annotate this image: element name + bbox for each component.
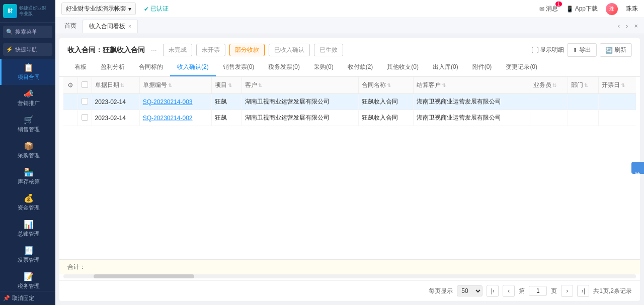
sidebar-item-label: 发票管理 — [18, 256, 40, 264]
sidebar-item-marketing[interactable]: 📣 营销推广 — [0, 85, 55, 111]
search-icon: 🔍 — [6, 29, 13, 35]
row1-opendate — [598, 94, 636, 110]
select-all-checkbox[interactable] — [82, 81, 88, 88]
panel-tab-button[interactable]: 收入确认 — [631, 162, 644, 174]
sidebar-item-label: 税务管理 — [18, 282, 40, 290]
main-area: 好业财专业版演示帐套 ▾ ✔ 已认证 ✉ 消息 1 📱 App下载 珠 珠珠 首… — [55, 0, 644, 305]
tab-close-button[interactable]: × — [128, 24, 131, 29]
sort-date-icon[interactable]: ⇅ — [120, 82, 124, 88]
page-label: 第 — [519, 287, 525, 295]
col-contract-header: 合同名称⇅ — [358, 77, 413, 94]
status-partial-btn[interactable]: 部分收款 — [229, 44, 265, 56]
topbar: 好业财专业版演示帐套 ▾ ✔ 已认证 ✉ 消息 1 📱 App下载 珠 珠珠 — [55, 0, 644, 18]
settings-gear-icon[interactable]: ⚙ — [67, 81, 73, 89]
sidebar-item-invoice[interactable]: 🧾 发票管理 — [0, 242, 55, 268]
sidebar-item-tax[interactable]: 📝 税务管理 — [0, 268, 55, 291]
row1-number-link[interactable]: SQ-20230214-003 — [143, 98, 193, 106]
page-last-button[interactable]: ›| — [577, 285, 589, 297]
sort-contract-icon[interactable]: ⇅ — [387, 82, 391, 88]
row2-opendate — [598, 110, 636, 126]
sort-settle-icon[interactable]: ⇅ — [442, 82, 446, 88]
status-incomplete-btn[interactable]: 未完成 — [163, 44, 192, 56]
sidebar-item-sales[interactable]: 🛒 销售管理 — [0, 111, 55, 137]
sidebar-item-inventory[interactable]: 🏪 库存核算 — [0, 163, 55, 189]
tab-contract-subject[interactable]: 合同标的 — [132, 59, 170, 76]
row1-date: 2023-02-14 — [92, 94, 139, 110]
sort-salesman-icon[interactable]: ⇅ — [552, 82, 556, 88]
message-button[interactable]: ✉ 消息 1 — [539, 5, 558, 13]
scrollbar-thumb[interactable] — [94, 274, 194, 278]
tab-close-all-button[interactable]: × — [632, 21, 640, 31]
quick-nav-button[interactable]: ⚡ 快捷导航 — [3, 43, 52, 56]
topbar-right: ✉ 消息 1 📱 App下载 珠 珠珠 — [539, 3, 638, 15]
sort-number-icon[interactable]: ⇅ — [168, 82, 172, 88]
page-first-button[interactable]: |‹ — [487, 285, 499, 297]
tab-home[interactable]: 首页 — [59, 20, 82, 32]
sidebar-item-funds[interactable]: 💰 资金管理 — [0, 189, 55, 216]
show-detail-checkbox[interactable]: 显示明细 — [532, 43, 564, 57]
tab-tax-invoice[interactable]: 税务发票(0) — [261, 59, 307, 76]
phone-icon: 📱 — [566, 6, 574, 13]
tab-profit[interactable]: 盈利分析 — [94, 59, 132, 76]
row2-number-link[interactable]: SQ-20230214-002 — [143, 115, 193, 122]
page-next-button[interactable]: › — [561, 285, 573, 297]
row2-customer: 湖南卫视商业运营发展有限公司 — [242, 110, 359, 126]
username-label[interactable]: 珠珠 — [626, 5, 638, 13]
tab-revenue-confirm[interactable]: 收入确认(2) — [170, 59, 216, 76]
tab-attachment[interactable]: 附件(0) — [465, 59, 499, 76]
status-confirmed-btn[interactable]: 已收入确认 — [269, 44, 310, 56]
company-selector[interactable]: 好业财专业版演示帐套 ▾ — [61, 3, 136, 15]
sidebar-pin-button[interactable]: 📌 取消固定 — [0, 291, 55, 305]
refresh-button[interactable]: 🔄 刷新 — [600, 43, 632, 57]
app-download-button[interactable]: 📱 App下载 — [566, 5, 598, 13]
row2-number: SQ-20230214-002 — [139, 110, 211, 126]
page-number-input[interactable] — [529, 286, 547, 296]
col-dept-header: 部门⇅ — [568, 77, 598, 94]
contract-menu-button[interactable]: ··· — [149, 46, 159, 54]
sidebar-item-ledger[interactable]: 📊 总账管理 — [0, 216, 55, 242]
horizontal-scrollbar[interactable] — [63, 274, 636, 278]
show-detail-input[interactable] — [532, 47, 538, 53]
cert-badge: ✔ 已认证 — [144, 5, 169, 13]
search-menu-button[interactable]: 🔍 搜索菜单 — [3, 26, 52, 38]
tab-purchase[interactable]: 采购(0) — [307, 59, 341, 76]
page-prev-button[interactable]: ‹ — [503, 285, 515, 297]
tab-next-button[interactable]: › — [624, 21, 630, 31]
contract-title: 收入合同：狂飙收入合同 — [67, 46, 145, 55]
row1-settings — [63, 94, 77, 110]
row2-checkbox[interactable] — [82, 114, 88, 121]
tab-prev-button[interactable]: ‹ — [616, 21, 622, 31]
col-opendate-header: 开票日⇅ — [598, 77, 636, 94]
tax-icon: 📝 — [24, 272, 34, 281]
export-button[interactable]: ⬆ 导出 — [567, 43, 597, 57]
project-icon: 📋 — [24, 63, 34, 72]
sort-dept-icon[interactable]: ⇅ — [584, 82, 588, 88]
table-row: 2023-02-14 SQ-20230214-002 狂飙 湖南卫视商业运营发展… — [63, 110, 636, 126]
row1-checkbox[interactable] — [82, 98, 88, 105]
sidebar-item-label: 项目合同 — [18, 73, 40, 81]
sort-opendate-icon[interactable]: ⇅ — [621, 82, 625, 88]
summary-row: 合计： — [59, 259, 640, 274]
invoice-icon: 🧾 — [24, 246, 34, 255]
page-info: 共1页,2条记录 — [593, 287, 632, 295]
sidebar-item-purchase[interactable]: 📦 采购管理 — [0, 137, 55, 163]
sidebar-item-project[interactable]: 📋 项目合同 — [0, 59, 55, 85]
cert-check-icon: ✔ — [144, 6, 149, 13]
tab-other-income[interactable]: 其他收支(0) — [380, 59, 426, 76]
row1-contract: 狂飙收入合同 — [358, 94, 413, 110]
col-project-header: 项目⇅ — [211, 77, 242, 94]
tab-kanban[interactable]: 看板 — [67, 59, 94, 76]
status-invoice-btn[interactable]: 未开票 — [196, 44, 225, 56]
tab-warehouse[interactable]: 出入库(0) — [426, 59, 465, 76]
sidebar-item-label: 资金管理 — [18, 204, 40, 212]
row1-settle: 湖南卫视商业运营发展有限公司 — [413, 94, 530, 110]
tab-change-log[interactable]: 变更记录(0) — [499, 59, 544, 76]
sort-customer-icon[interactable]: ⇅ — [258, 82, 262, 88]
status-effective-btn[interactable]: 已生效 — [314, 44, 343, 56]
page-size-select[interactable]: 50 100 200 — [457, 285, 482, 296]
sort-project-icon[interactable]: ⇅ — [228, 82, 232, 88]
tab-payment[interactable]: 收付款(2) — [341, 59, 380, 76]
tab-contract-board[interactable]: 收入合同看板 × — [83, 20, 138, 33]
sidebar-nav: 📋 项目合同 📣 营销推广 🛒 销售管理 📦 采购管理 🏪 库存核算 💰 资金管… — [0, 59, 55, 291]
tab-sales-invoice[interactable]: 销售发票(0) — [216, 59, 262, 76]
